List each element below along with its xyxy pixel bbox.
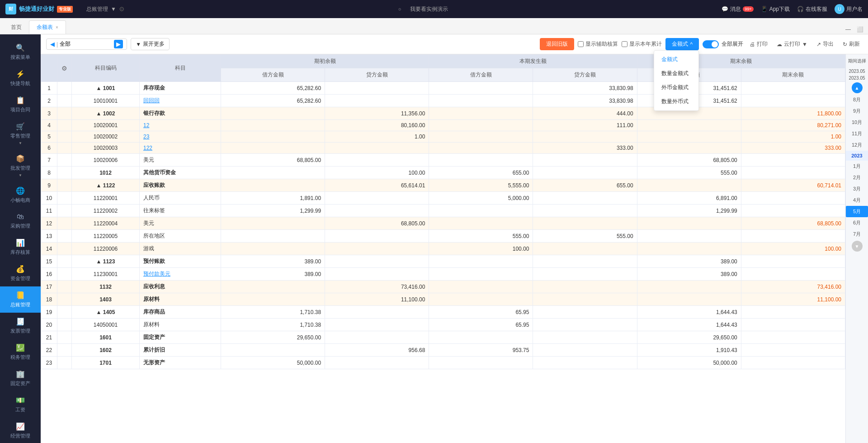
- table-row[interactable]: 610020003122333.00333.00: [41, 143, 845, 154]
- nav-dropdown[interactable]: 总账管理 ▼ ⚙: [86, 5, 125, 13]
- table-row[interactable]: 9▲ 1122应收账款65,614.015,555.00655.0060,714…: [41, 179, 845, 192]
- table-row[interactable]: 171132应收利息73,416.0073,416.00: [41, 281, 845, 293]
- cell-row-settings[interactable]: [57, 243, 72, 255]
- cell-row-settings[interactable]: [57, 179, 72, 192]
- sidebar-item-ecommerce[interactable]: 🌐 小畅电商: [0, 182, 41, 208]
- mode-option-qty-foreign[interactable]: 数量外币式: [654, 95, 698, 109]
- demo-link[interactable]: 我要看实例演示: [410, 5, 448, 13]
- sidebar-item-purchase[interactable]: 🛍 采购管理: [0, 208, 41, 234]
- table-row[interactable]: 221602累计折旧956.68953.751,910.43: [41, 344, 845, 357]
- mode-btn[interactable]: 金额式 ^: [665, 38, 699, 50]
- cell-row-settings[interactable]: [57, 357, 72, 369]
- table-row[interactable]: 211601固定资产29,650.0029,650.00: [41, 331, 845, 344]
- cell-row-settings[interactable]: [57, 107, 72, 120]
- table-row[interactable]: 19▲ 1405库存商品1,710.3865.951,644.43: [41, 306, 845, 319]
- print-btn[interactable]: 🖨 打印: [747, 38, 770, 50]
- cell-row-settings[interactable]: [57, 95, 72, 107]
- toggle-switch-control[interactable]: [703, 40, 719, 48]
- cell-row-settings[interactable]: [57, 268, 72, 281]
- settings-gear-icon[interactable]: ⚙: [119, 5, 125, 13]
- period-item-1[interactable]: 1月: [846, 161, 868, 172]
- table-row[interactable]: 4100200011280,160.00111.0080,271.00: [41, 120, 845, 131]
- mode-option-amount[interactable]: 金额式: [654, 52, 698, 67]
- sidebar-item-shortcut[interactable]: ⚡ 快捷导航: [0, 65, 41, 91]
- mode-option-qty-amount[interactable]: 数量金额式: [654, 67, 698, 81]
- table-row[interactable]: 1211220004美元68,805.0068,805.00: [41, 217, 845, 230]
- period-item-4[interactable]: 4月: [846, 195, 868, 206]
- table-settings-icon[interactable]: ⚙: [61, 65, 67, 72]
- sidebar-item-contract[interactable]: 📋 项目合同: [0, 91, 41, 118]
- cell-row-settings[interactable]: [57, 331, 72, 344]
- cell-name[interactable]: 预付款美元: [140, 268, 221, 281]
- table-row[interactable]: 1611230001预付款美元389.00389.00: [41, 268, 845, 281]
- table-container[interactable]: ⚙ 科目编码 科目 期初余额 本期发生额 期末余额 借方金额 贷方金额 借方金额: [41, 54, 845, 443]
- cell-row-settings[interactable]: [57, 131, 72, 143]
- cell-row-settings[interactable]: [57, 255, 72, 268]
- table-row[interactable]: 1111220002往来标签1,299.991,299.99: [41, 205, 845, 217]
- sidebar-item-tax[interactable]: 💹 税务管理: [0, 339, 41, 365]
- tab-home[interactable]: 首页: [4, 21, 29, 34]
- export-btn[interactable]: ↗ 导出: [814, 38, 836, 50]
- cell-row-settings[interactable]: [57, 143, 72, 154]
- cell-name[interactable]: 回回回: [140, 95, 221, 107]
- cell-row-settings[interactable]: [57, 306, 72, 319]
- cell-row-settings[interactable]: [57, 154, 72, 167]
- table-row[interactable]: 510020002231.001.00: [41, 131, 845, 143]
- sidebar-item-salary[interactable]: 💵 工资: [0, 391, 41, 418]
- period-item-3[interactable]: 3月: [846, 183, 868, 195]
- cell-name[interactable]: 12: [140, 120, 221, 131]
- tab-minimize-btn[interactable]: —: [844, 25, 853, 34]
- download-btn[interactable]: 📱 App下载: [761, 5, 790, 13]
- cell-row-settings[interactable]: [57, 205, 72, 217]
- cell-row-settings[interactable]: [57, 281, 72, 293]
- period-item-5[interactable]: 5月: [846, 206, 868, 217]
- cell-row-settings[interactable]: [57, 319, 72, 331]
- period-item-2[interactable]: 2月: [846, 172, 868, 183]
- period-item-8[interactable]: 8月: [846, 94, 868, 105]
- return-old-btn[interactable]: 退回旧版: [540, 38, 574, 50]
- period-item-2023[interactable]: 2023: [846, 151, 868, 161]
- message-btn[interactable]: 💬 消息 99+: [722, 5, 753, 13]
- tab-maximize-btn[interactable]: ⬜: [855, 25, 864, 34]
- period-item-11[interactable]: 11月: [846, 128, 868, 139]
- table-row[interactable]: 210010001回回回65,282.6033,830.9831,451.62: [41, 95, 845, 107]
- period-item-12[interactable]: 12月: [846, 139, 868, 151]
- table-row[interactable]: 1311220005所在地区555.00555.00: [41, 230, 845, 243]
- tab-close-icon[interactable]: ×: [56, 25, 58, 30]
- col-settings-header[interactable]: ⚙: [57, 55, 72, 82]
- cell-name[interactable]: 23: [140, 131, 221, 143]
- service-btn[interactable]: 🎧 在线客服: [797, 5, 827, 13]
- period-item-6[interactable]: 6月: [846, 217, 868, 229]
- search-forward-icon[interactable]: ▶: [114, 40, 123, 48]
- cell-row-settings[interactable]: [57, 82, 72, 95]
- period-item-9[interactable]: 9月: [846, 105, 868, 117]
- cell-row-settings[interactable]: [57, 293, 72, 306]
- tab-balance[interactable]: 余额表 ×: [29, 20, 66, 34]
- cell-name[interactable]: 122: [140, 143, 221, 154]
- expand-more-btn[interactable]: ▼ 展开更多: [131, 38, 170, 50]
- sidebar-item-retail[interactable]: 🛒 零售管理 ▼: [0, 118, 41, 150]
- table-row[interactable]: 1011220001人民币1,891.005,000.006,891.00: [41, 192, 845, 205]
- mode-option-foreign-amount[interactable]: 外币金额式: [654, 81, 698, 95]
- table-row[interactable]: 710020006美元68,805.0068,805.00: [41, 154, 845, 167]
- yearly-checkbox-input[interactable]: [622, 41, 627, 47]
- period-nav-up[interactable]: ▲: [852, 82, 863, 93]
- table-row[interactable]: 1411220006游戏100.00100.00: [41, 243, 845, 255]
- table-row[interactable]: 181403原材料11,100.0011,100.00: [41, 293, 845, 306]
- sidebar-item-business[interactable]: 📈 经营管理: [0, 418, 41, 443]
- show-aux-checkbox[interactable]: 显示辅助核算: [578, 40, 618, 48]
- sidebar-item-inventory[interactable]: 📊 库存核算: [0, 234, 41, 260]
- show-yearly-checkbox[interactable]: 显示本年累计: [622, 40, 662, 48]
- sidebar-item-search[interactable]: 🔍 搜索菜单: [0, 39, 41, 65]
- cloud-print-btn[interactable]: ☁ 云打印 ▼: [774, 38, 810, 50]
- cell-row-settings[interactable]: [57, 167, 72, 179]
- table-row[interactable]: 81012其他货币资金100.00655.00555.00: [41, 167, 845, 179]
- search-input[interactable]: [60, 41, 114, 48]
- search-box[interactable]: ◀ | ▶: [46, 38, 127, 50]
- sidebar-item-capital[interactable]: 💰 资金管理: [0, 260, 41, 286]
- cell-row-settings[interactable]: [57, 192, 72, 205]
- table-row[interactable]: 15▲ 1123预付账款389.00389.00: [41, 255, 845, 268]
- table-row[interactable]: 231701无形资产50,000.0050,000.00: [41, 357, 845, 369]
- sidebar-item-invoice[interactable]: 🧾 发票管理: [0, 313, 41, 339]
- table-row[interactable]: 2014050001原材料1,710.3865.951,644.43: [41, 319, 845, 331]
